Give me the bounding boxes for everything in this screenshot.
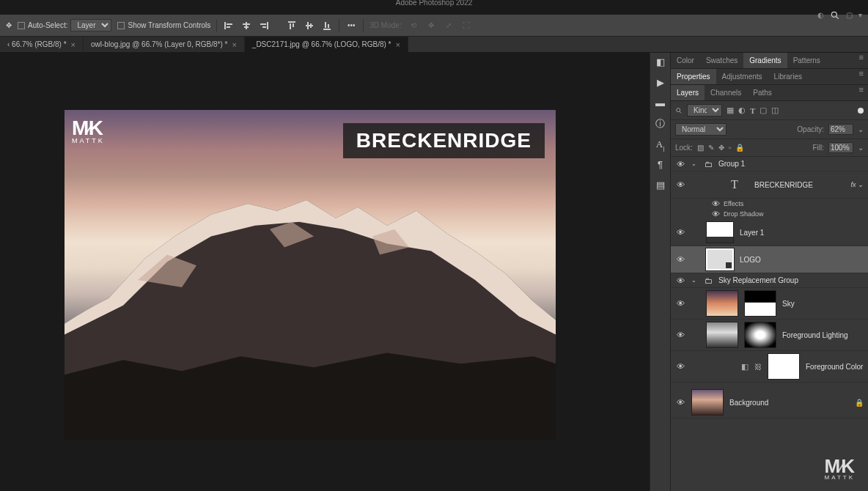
layer-name[interactable]: Foreground Color: [806, 363, 864, 371]
layer-layer1[interactable]: 👁 Layer 1: [671, 219, 868, 246]
paragraph-panel-icon[interactable]: ¶: [654, 158, 667, 171]
auto-select-checkbox[interactable]: [18, 22, 25, 29]
panel-menu-icon[interactable]: ≡: [855, 53, 868, 68]
panel-menu-icon[interactable]: ≡: [855, 69, 868, 84]
move-tool-icon[interactable]: ✥: [6, 21, 12, 29]
chevron-down-icon[interactable]: ⌄: [858, 125, 864, 133]
filter-text-icon[interactable]: T: [750, 106, 755, 115]
align-bottom-icon[interactable]: [321, 20, 333, 32]
layer-name[interactable]: Layer 1: [740, 229, 864, 237]
align-left-icon[interactable]: [223, 20, 235, 32]
tab-label: ‹ 66.7% (RGB/8) *: [7, 40, 67, 48]
history-panel-icon[interactable]: ▶: [654, 76, 667, 89]
auto-select-dropdown[interactable]: Layer: [70, 19, 111, 32]
close-icon[interactable]: ×: [232, 40, 236, 49]
effect-drop-shadow[interactable]: 👁 Drop Shadow: [671, 209, 868, 219]
link-icon[interactable]: ⛓: [754, 363, 762, 371]
visibility-toggle[interactable]: 👁: [675, 299, 685, 308]
chevron-down-icon[interactable]: ▾: [858, 12, 862, 18]
blend-mode-row: Normal Opacity: ⌄: [671, 120, 868, 139]
layer-name[interactable]: Sky Replacement Group: [718, 276, 864, 284]
color-panel-icon[interactable]: ◧: [654, 56, 667, 69]
layer-name[interactable]: BRECKENRIDGE: [754, 181, 845, 189]
visibility-toggle[interactable]: 👁: [675, 276, 685, 285]
comment-panel-icon[interactable]: ▬: [654, 97, 667, 110]
layer-foreground-lighting[interactable]: 👁 Foreground Lighting: [671, 320, 868, 351]
search-icon[interactable]: [675, 107, 683, 114]
visibility-toggle[interactable]: 👁: [675, 228, 685, 237]
filter-adjustment-icon[interactable]: ◐: [738, 106, 746, 115]
filter-smart-icon[interactable]: ◫: [771, 106, 779, 115]
character-panel-icon[interactable]: A|: [654, 138, 667, 151]
tab-properties[interactable]: Properties: [671, 69, 716, 84]
layer-sky-group[interactable]: 👁 ⌄ 🗀 Sky Replacement Group: [671, 273, 868, 288]
tab-gradients[interactable]: Gradients: [743, 53, 787, 68]
cloud-icon[interactable]: ◐: [817, 12, 824, 18]
tab-layers[interactable]: Layers: [671, 85, 705, 100]
disclosure-icon[interactable]: ⌄: [691, 160, 699, 167]
layer-text-breckenridge[interactable]: 👁 T BRECKENRIDGE fx ⌄: [671, 171, 868, 199]
filter-pixel-icon[interactable]: ▦: [727, 106, 734, 115]
panel-menu-icon[interactable]: ≡: [855, 85, 868, 100]
tab-libraries[interactable]: Libraries: [768, 69, 808, 84]
align-right-icon[interactable]: [258, 20, 270, 32]
align-center-v-icon[interactable]: [304, 20, 315, 32]
layer-list[interactable]: 👁 ⌄ 🗀 Group 1 👁 T BRECKENRIDGE fx ⌄: [671, 157, 868, 491]
document-tab-1[interactable]: owl-blog.jpg @ 66.7% (Layer 0, RGB/8*) *…: [84, 37, 245, 52]
visibility-toggle[interactable]: 👁: [675, 160, 685, 169]
workspace-icon[interactable]: ▢: [846, 12, 853, 18]
lock-transparency-icon[interactable]: ▨: [697, 144, 704, 152]
chevron-down-icon[interactable]: ⌄: [858, 144, 864, 152]
tab-color[interactable]: Color: [671, 53, 700, 68]
blend-mode-dropdown[interactable]: Normal: [675, 123, 727, 136]
filter-shape-icon[interactable]: ▢: [760, 106, 767, 115]
lock-position-icon[interactable]: ✥: [718, 144, 724, 152]
tab-channels[interactable]: Channels: [705, 85, 747, 100]
layer-name[interactable]: Background: [729, 399, 849, 407]
lock-image-icon[interactable]: ✎: [708, 144, 714, 152]
layer-sky[interactable]: 👁 Sky: [671, 288, 868, 320]
layer-group-1[interactable]: 👁 ⌄ 🗀 Group 1: [671, 157, 868, 171]
filter-kind-dropdown[interactable]: Kind: [687, 104, 722, 117]
show-transform-checkbox[interactable]: [117, 22, 125, 29]
layer-foreground-color[interactable]: 👁 ◧ ⛓ Foreground Color: [671, 351, 868, 383]
search-icon[interactable]: [830, 10, 840, 21]
align-top-icon[interactable]: [286, 20, 298, 32]
tab-swatches[interactable]: Swatches: [700, 53, 743, 68]
visibility-toggle[interactable]: 👁: [675, 398, 685, 407]
layer-background[interactable]: 👁 Background 🔒: [671, 387, 868, 418]
tab-patterns[interactable]: Patterns: [787, 53, 826, 68]
more-options-icon[interactable]: •••: [345, 20, 357, 32]
visibility-toggle[interactable]: 👁: [710, 199, 721, 208]
tab-adjustments[interactable]: Adjustments: [716, 69, 768, 84]
layer-name[interactable]: LOGO: [740, 256, 864, 264]
info-panel-icon[interactable]: ⓘ: [654, 117, 667, 130]
visibility-toggle[interactable]: 👁: [710, 210, 721, 218]
3d-orbit-icon: ⟲: [408, 20, 419, 32]
visibility-toggle[interactable]: 👁: [675, 255, 685, 264]
fill-label: Fill:: [812, 144, 824, 152]
filter-toggle[interactable]: [858, 108, 864, 114]
document-tab-0[interactable]: ‹ 66.7% (RGB/8) * ×: [0, 37, 84, 52]
libraries-panel-icon[interactable]: ▤: [654, 179, 667, 192]
visibility-toggle[interactable]: 👁: [675, 180, 685, 189]
layer-logo[interactable]: 👁 LOGO: [671, 246, 868, 273]
tab-paths[interactable]: Paths: [747, 85, 778, 100]
disclosure-icon[interactable]: ⌄: [691, 277, 699, 284]
visibility-toggle[interactable]: 👁: [675, 331, 685, 339]
visibility-toggle[interactable]: 👁: [675, 362, 685, 371]
canvas-area[interactable]: M∕K MATTK BRECKENRIDGE: [0, 53, 650, 491]
layer-name[interactable]: Sky: [782, 300, 864, 308]
fill-input[interactable]: [828, 142, 853, 153]
fx-badge[interactable]: fx ⌄: [850, 181, 864, 188]
layer-name[interactable]: Foreground Lighting: [782, 331, 864, 339]
align-center-h-icon[interactable]: [240, 20, 252, 32]
document-tab-2[interactable]: _DSC2171.jpg @ 66.7% (LOGO, RGB/8) * ×: [245, 37, 408, 52]
lock-artboard-icon[interactable]: ▫: [729, 144, 732, 152]
opacity-input[interactable]: [828, 124, 853, 135]
document-canvas[interactable]: M∕K MATTK BRECKENRIDGE: [65, 110, 556, 440]
layer-name[interactable]: Group 1: [718, 160, 864, 168]
lock-all-icon[interactable]: 🔒: [735, 144, 744, 152]
close-icon[interactable]: ×: [396, 40, 400, 49]
close-icon[interactable]: ×: [71, 40, 76, 49]
